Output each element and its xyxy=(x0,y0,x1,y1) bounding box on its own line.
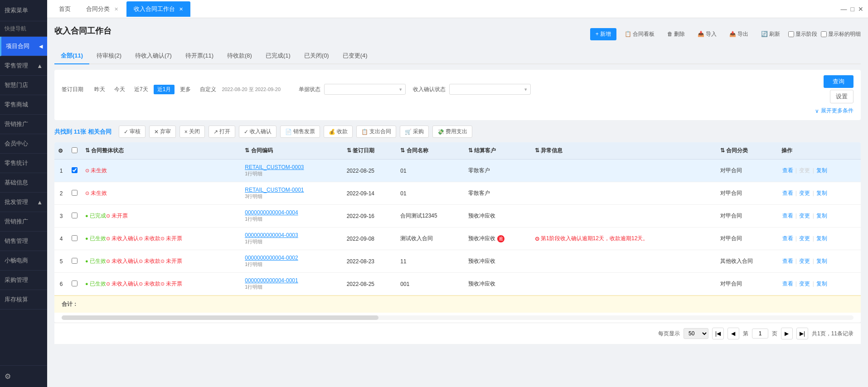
status-tab-closed[interactable]: 已关闭(0) xyxy=(298,48,335,64)
action-abandon[interactable]: ✕ 弃审 xyxy=(149,126,176,138)
sidebar-gear[interactable]: ⚙ xyxy=(0,365,47,387)
sidebar-item-purchase[interactable]: 采购管理 xyxy=(0,271,47,290)
sidebar-item-stock[interactable]: 库存核算 xyxy=(0,290,47,310)
sidebar-search[interactable]: 搜索菜单 xyxy=(0,0,47,21)
op-btn-复制[interactable]: 复制 xyxy=(815,189,828,197)
status-tab-pending-confirm[interactable]: 待收入确认(7) xyxy=(129,48,178,64)
action-collection[interactable]: 💰 收款 xyxy=(324,126,353,138)
op-btn-变更[interactable]: 变更 xyxy=(798,257,811,265)
row-checkbox-cell[interactable] xyxy=(68,160,82,182)
op-btn-复制[interactable]: 复制 xyxy=(815,257,828,265)
op-btn-查看[interactable]: 查看 xyxy=(781,167,794,174)
scroll-thumb[interactable] xyxy=(62,315,378,320)
sidebar-item-ecom[interactable]: 小畅电商 xyxy=(0,251,47,271)
action-cost-out[interactable]: 💸 费用支出 xyxy=(432,126,472,138)
sidebar-item-marketing1[interactable]: 营销推广 xyxy=(0,115,47,134)
contract-board-button[interactable]: 📋 合同看板 xyxy=(620,28,659,40)
row-checkbox-cell[interactable] xyxy=(68,205,82,227)
col-settings[interactable]: ⚙ xyxy=(54,142,68,160)
window-maximize-btn[interactable]: □ xyxy=(851,5,854,13)
tab-contract-type[interactable]: 合同分类 ✕ xyxy=(79,1,126,17)
query-button[interactable]: 查询 xyxy=(824,75,853,88)
op-btn-变更[interactable]: 变更 xyxy=(798,235,811,242)
row-checkbox[interactable] xyxy=(72,190,78,196)
action-open[interactable]: ↗ 打开 xyxy=(209,126,235,138)
date-today[interactable]: 今天 xyxy=(111,85,129,94)
contract-code-link[interactable]: 0000000000004-0004 xyxy=(245,209,339,216)
sidebar-item-base[interactable]: 基础信息 xyxy=(0,173,47,193)
row-checkbox[interactable] xyxy=(72,281,78,286)
row-checkbox[interactable] xyxy=(72,167,78,173)
op-btn-查看[interactable]: 查看 xyxy=(781,257,794,265)
op-btn-复制[interactable]: 复制 xyxy=(815,280,828,288)
status-tab-all[interactable]: 全部(11) xyxy=(54,48,89,64)
refresh-button[interactable]: 🔄 刷新 xyxy=(756,28,785,40)
contract-code-link[interactable]: RETAIL_CUSTOM-0003 xyxy=(245,164,339,170)
row-checkbox-cell[interactable] xyxy=(68,273,82,295)
row-checkbox-cell[interactable] xyxy=(68,250,82,273)
contract-code-link[interactable]: 0000000000004-0001 xyxy=(245,277,339,284)
op-btn-复制[interactable]: 复制 xyxy=(815,212,828,220)
tab-home[interactable]: 首页 xyxy=(52,1,78,17)
window-minimize-btn[interactable]: — xyxy=(841,5,847,13)
op-btn-查看[interactable]: 查看 xyxy=(781,235,794,242)
doc-status-select[interactable] xyxy=(324,84,406,95)
action-expense-out[interactable]: 📋 支出合同 xyxy=(356,126,396,138)
status-tab-pending-payment[interactable]: 待收款(8) xyxy=(221,48,258,64)
action-sales-invoice[interactable]: 📄 销售发票 xyxy=(280,126,320,138)
sidebar-item-smart[interactable]: 智慧门店 xyxy=(0,76,47,95)
col-checkbox[interactable] xyxy=(68,142,82,160)
last-page-btn[interactable]: ▶| xyxy=(796,328,808,339)
sidebar-item-salesmgmt[interactable]: 销售管理 xyxy=(0,232,47,251)
first-page-btn[interactable]: |◀ xyxy=(712,328,724,339)
status-tab-changed[interactable]: 已变更(4) xyxy=(336,48,374,64)
tab-close-income-workbench[interactable]: ✕ xyxy=(179,6,183,12)
status-tab-pending-review[interactable]: 待审核(2) xyxy=(90,48,128,64)
sidebar-item-member[interactable]: 会员中心 xyxy=(0,134,47,154)
action-income-confirm[interactable]: ✓ 收入确认 xyxy=(239,126,276,138)
export-button[interactable]: 📤 导出 xyxy=(725,28,753,40)
contract-code-link[interactable]: RETAIL_CUSTOM-0001 xyxy=(245,187,339,193)
date-last1month[interactable]: 近1月 xyxy=(154,85,175,94)
tab-income-workbench[interactable]: 收入合同工作台 ✕ xyxy=(126,1,191,17)
row-checkbox[interactable] xyxy=(72,213,78,218)
status-tab-pending-invoice[interactable]: 待开票(11) xyxy=(179,48,220,64)
row-checkbox-cell[interactable] xyxy=(68,182,82,205)
sidebar-item-project[interactable]: 项目合同 ◀ xyxy=(0,37,47,56)
action-review[interactable]: ✓ 审核 xyxy=(119,126,145,138)
date-last7[interactable]: 近7天 xyxy=(131,85,152,94)
show-stage-checkbox[interactable]: 显示阶段 xyxy=(788,30,817,38)
op-btn-查看[interactable]: 查看 xyxy=(781,212,794,220)
filter-settings-button[interactable]: 设置 xyxy=(830,90,853,103)
op-btn-变更[interactable]: 变更 xyxy=(798,189,811,197)
prev-page-btn[interactable]: ◀ xyxy=(727,328,739,339)
window-close-btn[interactable]: ✕ xyxy=(858,5,863,13)
contract-code-link[interactable]: 0000000000004-0003 xyxy=(245,232,339,238)
date-custom[interactable]: 自定义 xyxy=(196,85,220,94)
add-button[interactable]: + 新增 xyxy=(590,28,616,40)
row-checkbox[interactable] xyxy=(72,258,78,264)
op-btn-复制[interactable]: 复制 xyxy=(815,167,828,174)
op-btn-变更[interactable]: 变更 xyxy=(798,280,811,288)
sidebar-item-retail[interactable]: 零售管理 ▲ xyxy=(0,56,47,76)
op-btn-变更[interactable]: 变更 xyxy=(798,212,811,220)
page-size-select[interactable]: 50 10 20 100 xyxy=(684,328,708,339)
page-input[interactable] xyxy=(752,329,768,339)
date-more[interactable]: 更多 xyxy=(176,85,194,94)
op-btn-查看[interactable]: 查看 xyxy=(781,189,794,197)
import-button[interactable]: 📥 导入 xyxy=(693,28,721,40)
action-purchase[interactable]: 🛒 采购 xyxy=(400,126,429,138)
select-all-checkbox[interactable] xyxy=(72,147,78,153)
sidebar-item-mall[interactable]: 零售商城 xyxy=(0,95,47,115)
sidebar-item-marketing2[interactable]: 营销推广 xyxy=(0,212,47,232)
sidebar-item-stats[interactable]: 零售统计 xyxy=(0,154,47,173)
row-checkbox-cell[interactable] xyxy=(68,227,82,250)
horizontal-scrollbar[interactable] xyxy=(62,315,853,320)
action-close[interactable]: × 关闭 xyxy=(179,126,205,138)
show-detail-checkbox[interactable]: 显示标的明细 xyxy=(821,30,861,38)
next-page-btn[interactable]: ▶ xyxy=(781,328,793,339)
status-tab-completed[interactable]: 已完成(1) xyxy=(259,48,297,64)
sidebar-item-wholesale[interactable]: 批发管理 ▲ xyxy=(0,193,47,212)
row-checkbox[interactable] xyxy=(72,235,78,241)
op-btn-查看[interactable]: 查看 xyxy=(781,280,794,288)
